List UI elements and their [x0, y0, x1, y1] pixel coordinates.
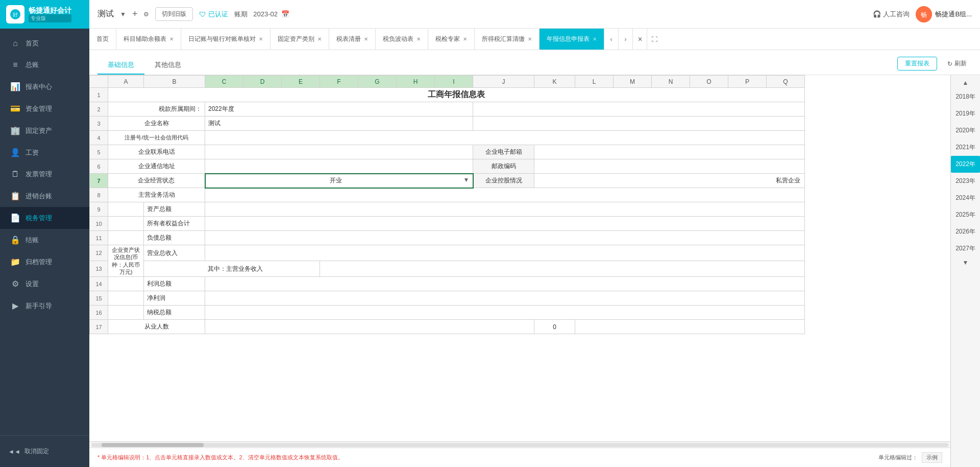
topbar-dropdown-icon[interactable]: ▼	[120, 11, 126, 18]
col-header-P[interactable]: P	[728, 76, 767, 88]
cell-regnum-value[interactable]	[205, 131, 805, 145]
cell-mainrevenue-value[interactable]	[320, 261, 805, 277]
col-header-A[interactable]: A	[108, 76, 144, 88]
cell-profit-value[interactable]	[205, 277, 805, 291]
year-2020[interactable]: 2020年	[951, 122, 980, 139]
sidebar-item-home[interactable]: ⌂ 首页	[0, 33, 89, 54]
service-button[interactable]: 🎧 人工咨询	[873, 10, 910, 19]
spreadsheet-container[interactable]: A B C D E F G H I J	[89, 75, 950, 441]
col-header-D[interactable]: D	[243, 76, 282, 88]
tabs-scroll-right[interactable]: ›	[619, 29, 633, 50]
refresh-button[interactable]: ↻ 刷新	[942, 57, 972, 71]
switch-version-button[interactable]: 切到旧版	[155, 7, 193, 21]
sidebar-item-guide[interactable]: ▶ 新手引导	[0, 295, 89, 317]
tab-aux[interactable]: 科目辅助余额表 ✕	[116, 29, 181, 50]
year-2019[interactable]: 2019年	[951, 105, 980, 122]
cell-empty[interactable]	[473, 116, 805, 131]
col-header-O[interactable]: O	[690, 76, 728, 88]
user-menu[interactable]: 畅 畅捷通B组...	[916, 6, 972, 22]
cell-empty[interactable]	[473, 102, 805, 116]
tab-close-icon[interactable]: ✕	[364, 36, 368, 42]
tab-taxform[interactable]: 税表清册 ✕	[329, 29, 376, 50]
cell-compname-value[interactable]: 测试	[205, 116, 473, 131]
year-panel-up[interactable]: ▲	[951, 77, 980, 88]
sub-tab-basic[interactable]: 基础信息	[97, 56, 144, 75]
tabs-scroll-left[interactable]: ‹	[604, 29, 619, 50]
tabs-close-all[interactable]: ✕	[633, 29, 647, 50]
cell-tax-value[interactable]	[205, 306, 805, 320]
sidebar-item-archive[interactable]: 📁 归档管理	[0, 251, 89, 273]
sidebar-item-tax[interactable]: 📄 税务管理	[0, 207, 89, 229]
sheet-hscroll[interactable]	[89, 441, 950, 448]
cell-holding-value[interactable]: 私营企业	[534, 174, 805, 188]
year-2023[interactable]: 2023年	[951, 173, 980, 190]
sidebar-item-purchase[interactable]: 📋 进销台账	[0, 185, 89, 207]
col-header-B[interactable]: B	[144, 76, 205, 88]
year-2024[interactable]: 2024年	[951, 190, 980, 206]
col-header-I[interactable]: I	[435, 76, 473, 88]
sub-tab-other[interactable]: 其他信息	[144, 56, 191, 75]
cell-debt-value[interactable]	[205, 231, 805, 245]
tab-close-icon[interactable]: ✕	[528, 36, 532, 42]
year-2025[interactable]: 2025年	[951, 206, 980, 223]
tab-taxcheck[interactable]: 税检专家 ✕	[428, 29, 475, 50]
year-2027[interactable]: 2027年	[951, 240, 980, 257]
col-header-M[interactable]: M	[614, 76, 652, 88]
topbar-add-button[interactable]: +	[132, 9, 138, 19]
tab-close-icon[interactable]: ✕	[593, 36, 597, 42]
year-2021[interactable]: 2021年	[951, 139, 980, 156]
tab-incometax[interactable]: 所得税汇算清缴 ✕	[475, 29, 540, 50]
col-header-C[interactable]: C	[205, 76, 243, 88]
col-header-F[interactable]: F	[320, 76, 358, 88]
tabs-maximize[interactable]: ⛶	[647, 29, 662, 50]
cell-bizstatus-value[interactable]: 开业 ▼	[205, 174, 473, 188]
sidebar-item-fund[interactable]: 💳 资金管理	[0, 98, 89, 120]
tab-bank[interactable]: 日记账与银行对账单核对 ✕	[181, 29, 271, 50]
col-header-Q[interactable]: Q	[767, 76, 805, 88]
cell-employees-value[interactable]	[205, 320, 534, 334]
cell-phone-value[interactable]	[205, 145, 473, 159]
tab-home[interactable]: 首页	[89, 29, 116, 50]
sidebar-item-invoice[interactable]: 🗒 发票管理	[0, 164, 89, 185]
tab-taxwave[interactable]: 税负波动表 ✕	[376, 29, 428, 50]
sidebar-item-settings[interactable]: ⚙ 设置	[0, 273, 89, 295]
tab-close-icon[interactable]: ✕	[317, 36, 322, 42]
sidebar-item-report[interactable]: 📊 报表中心	[0, 76, 89, 98]
sheet-title[interactable]: 工商年报信息表	[108, 88, 805, 102]
col-header-N[interactable]: N	[652, 76, 690, 88]
col-header-L[interactable]: L	[575, 76, 614, 88]
cell-equity-value[interactable]	[205, 217, 805, 231]
tab-asset[interactable]: 固定资产类别 ✕	[271, 29, 329, 50]
cell-netprofit-value[interactable]	[205, 291, 805, 306]
col-header-K[interactable]: K	[534, 76, 575, 88]
sidebar-item-asset[interactable]: 🏢 固定资产	[0, 120, 89, 142]
cell-empty[interactable]	[575, 320, 805, 334]
sidebar-item-salary[interactable]: 👤 工资	[0, 142, 89, 164]
year-2022[interactable]: 2022年	[951, 156, 980, 173]
col-header-G[interactable]: G	[358, 76, 397, 88]
cell-asset-value[interactable]	[205, 202, 805, 217]
sidebar-item-ledger[interactable]: ≡ 总账	[0, 54, 89, 76]
unpin-button[interactable]: ◄◄ 取消固定	[0, 442, 89, 461]
year-2026[interactable]: 2026年	[951, 223, 980, 240]
tab-yearreport[interactable]: 年报信息申报表 ✕	[540, 29, 604, 50]
col-header-J[interactable]: J	[473, 76, 534, 88]
year-panel-down[interactable]: ▼	[951, 257, 980, 268]
tab-close-icon[interactable]: ✕	[416, 36, 421, 42]
year-2018[interactable]: 2018年	[951, 88, 980, 105]
cell-address-value[interactable]	[205, 159, 473, 174]
tab-close-icon[interactable]: ✕	[259, 36, 263, 42]
cell-email-value[interactable]	[534, 145, 805, 159]
cell-period-value[interactable]: 2022年度	[205, 102, 473, 116]
col-header-E[interactable]: E	[282, 76, 320, 88]
cell-mainbiz-value[interactable]	[205, 188, 805, 202]
cell-revenue-value[interactable]	[205, 245, 805, 261]
cell-postcode-value[interactable]	[534, 159, 805, 174]
reset-report-button[interactable]: 重置报表	[897, 57, 937, 71]
topbar-gear-icon[interactable]: ⚙	[143, 11, 149, 18]
cell-employees-num[interactable]: 0	[534, 320, 575, 334]
tab-close-icon[interactable]: ✕	[169, 36, 174, 42]
tab-close-icon[interactable]: ✕	[463, 36, 467, 42]
sidebar-item-close[interactable]: 🔒 结账	[0, 229, 89, 251]
col-header-H[interactable]: H	[397, 76, 435, 88]
